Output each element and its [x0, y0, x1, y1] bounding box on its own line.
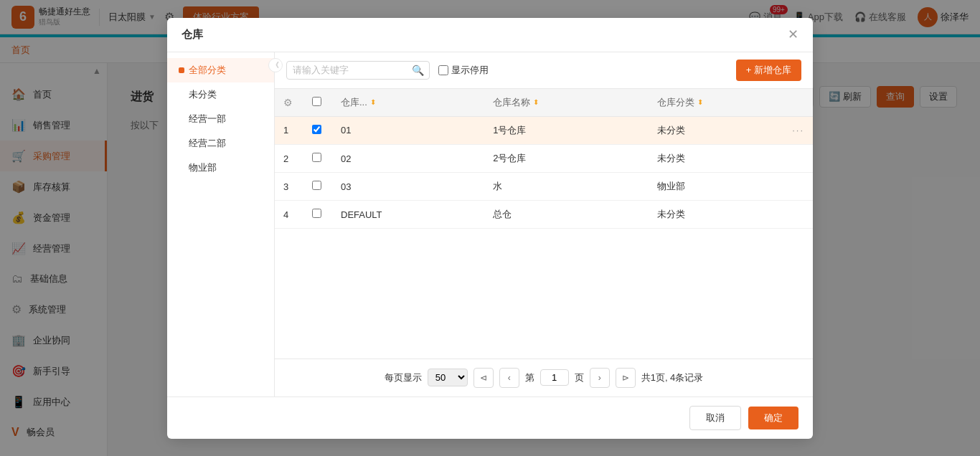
- confirm-button[interactable]: 确定: [748, 407, 798, 429]
- sort-icon-category[interactable]: ⬍: [697, 98, 703, 106]
- row-name: 2号仓库: [484, 145, 649, 173]
- table-wrap: ⚙ 仓库... ⬍: [275, 89, 813, 358]
- row-name: 1号仓库: [484, 116, 649, 145]
- table-row[interactable]: 3 03 水 物业部: [275, 173, 813, 201]
- col-code-label: 仓库...: [341, 96, 367, 109]
- row-select-cell: [303, 173, 332, 201]
- dialog-overlay: 仓库 ✕ 《 全部分类 未分类 经营一部: [0, 0, 980, 456]
- total-info: 共1页, 4条记录: [641, 371, 704, 384]
- row-code: 03: [332, 173, 484, 201]
- row-code: 01: [332, 116, 484, 145]
- category-item-ops1[interactable]: 经营一部: [167, 107, 274, 131]
- row-action-menu[interactable]: ···: [792, 125, 804, 136]
- show-disabled-label[interactable]: 显示停用: [438, 64, 489, 77]
- table-area: 🔍 显示停用 + 新增仓库 ⚙: [275, 52, 813, 396]
- add-warehouse-button[interactable]: + 新增仓库: [736, 60, 801, 81]
- col-name-label: 仓库名称: [493, 96, 530, 109]
- category-item-ops2[interactable]: 经营二部: [167, 131, 274, 156]
- col-gear: ⚙: [275, 89, 303, 117]
- row-checkbox[interactable]: [312, 181, 321, 190]
- row-index: 1: [275, 116, 303, 145]
- category-item-all[interactable]: 全部分类: [167, 58, 274, 82]
- row-checkbox[interactable]: [312, 125, 321, 134]
- category-collapse-button[interactable]: 《: [268, 58, 283, 72]
- table-row[interactable]: 2 02 2号仓库 未分类: [275, 145, 813, 173]
- col-code: 仓库... ⬍: [332, 89, 484, 117]
- row-checkbox[interactable]: [312, 153, 321, 162]
- search-icon[interactable]: 🔍: [412, 65, 424, 76]
- dialog-footer: 取消 确定: [167, 396, 813, 439]
- category-item-property[interactable]: 物业部: [167, 156, 274, 180]
- page-first-btn[interactable]: ⊲: [473, 368, 494, 388]
- row-category: 未分类: [649, 201, 813, 229]
- category-item-unclassified[interactable]: 未分类: [167, 82, 274, 107]
- col-checkbox: [303, 89, 332, 117]
- page-unit: 页: [575, 371, 584, 384]
- table-row[interactable]: 1 01 1号仓库 未分类 ···: [275, 116, 813, 145]
- sort-icon-code[interactable]: ⬍: [370, 98, 376, 106]
- row-checkbox[interactable]: [312, 209, 321, 218]
- dialog-title: 仓库: [182, 28, 203, 42]
- page-input[interactable]: [540, 369, 569, 386]
- col-category: 仓库分类 ⬍: [649, 89, 813, 117]
- col-category-label: 仓库分类: [657, 96, 694, 109]
- dialog-close-button[interactable]: ✕: [788, 28, 798, 41]
- table-gear-icon[interactable]: ⚙: [283, 97, 293, 108]
- search-input-wrap: 🔍: [286, 61, 430, 80]
- row-select-cell: [303, 145, 332, 173]
- row-name: 水: [484, 173, 649, 201]
- show-disabled-checkbox[interactable]: [438, 65, 448, 75]
- cancel-button[interactable]: 取消: [689, 406, 741, 430]
- select-all-checkbox[interactable]: [312, 97, 321, 106]
- dialog-body: 《 全部分类 未分类 经营一部 经营二部: [167, 52, 813, 396]
- per-page-select[interactable]: 50 100: [428, 369, 468, 386]
- row-index: 4: [275, 201, 303, 229]
- search-input[interactable]: [293, 65, 407, 75]
- page-next-btn[interactable]: ›: [590, 368, 610, 388]
- table-toolbar: 🔍 显示停用 + 新增仓库: [275, 52, 813, 89]
- page-prev-btn[interactable]: ‹: [499, 368, 519, 388]
- per-page-label: 每页显示: [385, 371, 422, 384]
- warehouse-table: ⚙ 仓库... ⬍: [275, 89, 813, 229]
- row-name: 总仓: [484, 201, 649, 229]
- row-code: 02: [332, 145, 484, 173]
- category-sidebar: 《 全部分类 未分类 经营一部 经营二部: [167, 52, 275, 396]
- page-last-btn[interactable]: ⊳: [616, 368, 636, 388]
- table-row[interactable]: 4 DEFAULT 总仓 未分类: [275, 201, 813, 229]
- row-code: DEFAULT: [332, 201, 484, 229]
- row-select-cell: [303, 201, 332, 229]
- category-dot-all: [179, 67, 184, 73]
- row-category: 未分类 ···: [649, 117, 813, 145]
- row-category: 未分类: [649, 145, 813, 173]
- warehouse-dialog: 仓库 ✕ 《 全部分类 未分类 经营一部: [167, 18, 813, 439]
- sort-icon-name[interactable]: ⬍: [533, 98, 539, 106]
- col-name: 仓库名称 ⬍: [484, 89, 649, 117]
- row-select-cell: [303, 116, 332, 145]
- row-index: 3: [275, 173, 303, 201]
- dialog-header: 仓库 ✕: [167, 18, 813, 52]
- row-category: 物业部: [649, 173, 813, 201]
- pagination: 每页显示 50 100 ⊲ ‹ 第 页 › ⊳ 共1页, 4条记录: [275, 358, 813, 396]
- row-index: 2: [275, 145, 303, 173]
- page-label: 第: [525, 371, 534, 384]
